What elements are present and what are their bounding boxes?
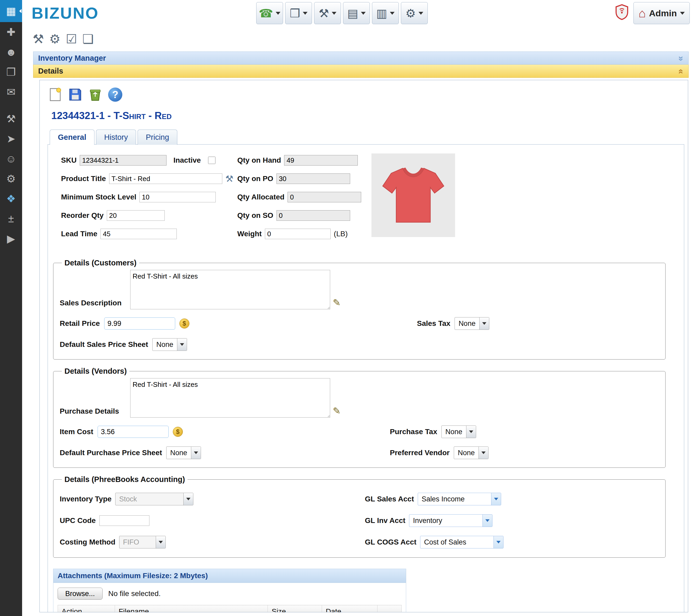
toolbar-banking-button[interactable]: ▤	[343, 2, 370, 24]
record-toolbar: ?	[48, 80, 684, 102]
announce-icon: ➤	[6, 133, 16, 145]
delete-button[interactable]	[88, 87, 103, 102]
attachments-header-row: Action Filename Size Date	[58, 605, 402, 613]
sidebar-item-pages[interactable]: ❐	[0, 62, 22, 82]
message-icon: ✉	[6, 86, 16, 98]
toolbar-tools-button[interactable]: ⚒	[314, 2, 341, 24]
details-bar[interactable]: Details «	[33, 65, 689, 78]
help-icon: ?	[108, 88, 122, 102]
expand-icon[interactable]: »	[677, 56, 687, 60]
calculator-icon: ±	[8, 213, 14, 225]
lead-time-label: Lead Time	[61, 230, 97, 238]
bizuno-logo: BIZUNO	[32, 4, 99, 22]
inactive-checkbox[interactable]	[208, 157, 216, 164]
customers-legend: Details (Customers)	[62, 259, 139, 267]
security-shield-icon[interactable]	[615, 4, 629, 21]
toolbar-mobile-button[interactable]: ☎	[256, 2, 283, 24]
default-purchase-price-sheet-value: None	[167, 447, 191, 459]
gl-cogs-acct-select[interactable]: Cost of Sales	[420, 536, 504, 548]
product-title-field[interactable]	[109, 173, 222, 184]
sidebar-item-calculator[interactable]: ±	[0, 209, 22, 229]
tab-pricing[interactable]: Pricing	[138, 129, 177, 145]
inventory-type-select[interactable]: Stock	[115, 493, 193, 505]
sidebar-item-cart[interactable]: ❖	[0, 189, 22, 209]
costing-method-select[interactable]: FIFO	[119, 536, 166, 548]
toolbar-data-button[interactable]: ▥	[372, 2, 399, 24]
item-cost-field[interactable]	[98, 426, 169, 438]
min-stock-field[interactable]	[139, 192, 216, 203]
play-icon: ▶	[7, 233, 15, 245]
app-header: BIZUNO ☎ ❒ ⚒ ▤ ▥	[22, 0, 695, 27]
purchase-details-label: Purchase Details	[60, 407, 128, 418]
save-button[interactable]	[68, 87, 83, 102]
quick-tools-icon[interactable]: ⚒	[33, 32, 44, 46]
quick-report-icon[interactable]: ❏	[82, 32, 94, 46]
sidebar-collapse-icon[interactable]	[19, 9, 21, 13]
price-levels-icon[interactable]: $	[173, 427, 183, 437]
new-button[interactable]	[48, 87, 63, 102]
tools-icon: ⚒	[319, 6, 329, 20]
edit-note-icon[interactable]: ✎	[333, 297, 341, 309]
sales-tax-select[interactable]: None	[455, 317, 489, 330]
sidebar-item-pinned[interactable]: ✚	[0, 22, 22, 42]
default-sales-price-sheet-select[interactable]: None	[152, 338, 187, 351]
tab-body-general: SKU Inactive Qty on Hand Product Title	[48, 144, 684, 612]
tab-general[interactable]: General	[50, 129, 95, 145]
qty-on-po-label: Qty on PO	[237, 175, 273, 183]
dropdown-arrow-icon	[482, 514, 492, 527]
contacts-icon: ☻	[5, 46, 17, 58]
sales-description-field[interactable]: Red T-Shirt - All sizes	[130, 270, 330, 309]
quick-checklist-icon[interactable]: ☑	[66, 32, 77, 46]
toolbar-inventory-button[interactable]: ❒	[285, 2, 312, 24]
purchase-details-field[interactable]: Red T-Shirt - All sizes	[130, 378, 330, 418]
sidebar-item-messages[interactable]: ✉	[0, 82, 22, 102]
upc-code-label: UPC Code	[60, 516, 96, 525]
sidebar-item-build[interactable]: ⚒	[0, 109, 22, 129]
sales-tax-value: None	[455, 317, 479, 330]
inventory-manager-bar[interactable]: Inventory Manager »	[33, 52, 689, 65]
box-icon: ❒	[290, 6, 300, 20]
price-levels-icon[interactable]: $	[180, 318, 189, 329]
column-spacer	[377, 605, 402, 613]
attachments-panel: Attachments (Maximum Filesize: 2 Mbytes)…	[53, 569, 406, 612]
sidebar-item-announce[interactable]: ➤	[0, 129, 22, 149]
browse-button[interactable]: Browse...	[57, 587, 103, 600]
min-stock-label: Minimum Stock Level	[61, 193, 136, 201]
sidebar-item-dashboard[interactable]: ▦	[0, 0, 22, 22]
sidebar-item-tools[interactable]: ⚙	[0, 169, 22, 189]
gl-inv-acct-select[interactable]: Inventory	[409, 514, 492, 527]
collapse-icon[interactable]: «	[677, 69, 687, 73]
sidebar-item-contacts[interactable]: ☻	[0, 42, 22, 62]
dashboard-icon: ▦	[6, 5, 16, 17]
quick-settings-icon[interactable]: ⚙	[49, 32, 61, 46]
edit-note-icon[interactable]: ✎	[333, 405, 341, 418]
general-fields: SKU Inactive Qty on Hand Product Title	[48, 148, 684, 251]
admin-menu-button[interactable]: ⌂ Admin	[633, 2, 690, 24]
preferred-vendor-select[interactable]: None	[454, 446, 489, 459]
reorder-qty-field[interactable]	[107, 210, 165, 221]
sku-label: SKU	[61, 156, 77, 164]
default-purchase-price-sheet-select[interactable]: None	[166, 446, 201, 459]
product-tools-icon[interactable]: ⚒	[225, 173, 233, 184]
sidebar-item-profile[interactable]: ☺	[0, 149, 22, 169]
gl-inv-acct-label: GL Inv Acct	[365, 516, 405, 525]
product-title-label: Product Title	[61, 175, 106, 183]
tab-history[interactable]: History	[96, 129, 136, 145]
help-button[interactable]: ?	[107, 87, 123, 102]
purchase-tax-select[interactable]: None	[441, 425, 476, 438]
sidebar-item-play[interactable]: ▶	[0, 229, 22, 249]
qty-on-po-field	[276, 173, 350, 184]
qty-on-hand-field	[284, 155, 358, 165]
dropdown-arrow-icon	[478, 447, 488, 459]
weight-field[interactable]	[265, 229, 330, 239]
qty-allocated-field	[288, 192, 361, 203]
lead-time-field[interactable]	[101, 229, 177, 239]
purchase-tax-label: Purchase Tax	[390, 427, 437, 436]
upc-code-field[interactable]	[99, 515, 149, 526]
tshirt-graphic	[378, 160, 449, 231]
toolbar-settings-button[interactable]: ⚙	[401, 2, 428, 24]
gl-cogs-acct-label: GL COGS Acct	[365, 538, 417, 546]
retail-price-field[interactable]	[104, 317, 175, 330]
detail-tabs: General History Pricing	[48, 129, 684, 144]
gl-sales-acct-select[interactable]: Sales Income	[418, 493, 501, 505]
